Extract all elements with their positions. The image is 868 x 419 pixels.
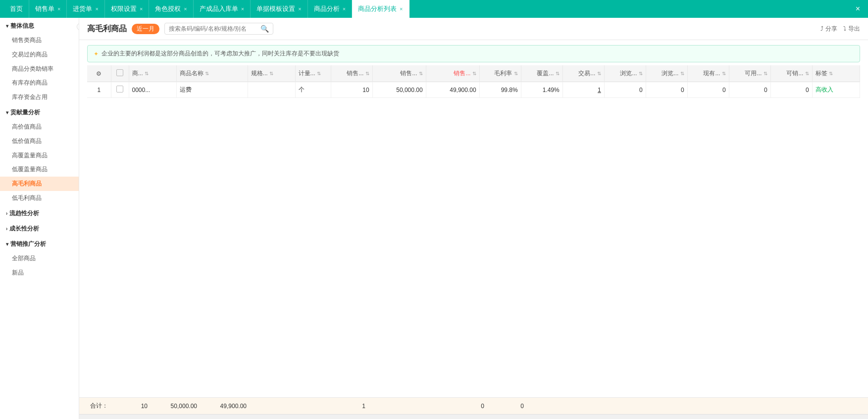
th-browse2[interactable]: 浏览... ⇅ (646, 65, 687, 82)
th-stock3[interactable]: 可销... ⇅ (770, 65, 812, 82)
sidebar-group-growth[interactable]: › 成长性分析 (0, 221, 79, 236)
tab-product-analysis-list[interactable]: 商品分析列表 × (352, 0, 409, 18)
row-sales-qty: 10 (331, 82, 372, 98)
sidebar-item-low-value[interactable]: 低价值商品 (0, 134, 79, 148)
footer-trade: 1 (336, 403, 375, 410)
tab-purchase[interactable]: 进货单 × (67, 0, 104, 18)
row-tag: 高收入 (812, 82, 860, 98)
footer-stock2: 0 (494, 403, 534, 410)
close-template-tab[interactable]: × (298, 6, 301, 12)
tab-finished-goods[interactable]: 产成品入库单 × (194, 0, 251, 18)
sort-unit-icon: ⇅ (317, 71, 321, 76)
search-icon[interactable]: 🔍 (260, 25, 269, 33)
sidebar-group-marketing[interactable]: ▾ 营销推广分析 (0, 236, 79, 251)
th-unit[interactable]: 计量... ⇅ (295, 65, 331, 82)
sort-sales-qty-icon: ⇅ (365, 71, 369, 76)
sidebar-item-high-coverage[interactable]: 高覆盖量商品 (0, 148, 79, 163)
sidebar-item-high-margin[interactable]: 高毛利商品 (0, 177, 79, 191)
sidebar-group-overall[interactable]: ▾ 整体信息 (0, 18, 79, 33)
close-permission-tab[interactable]: × (140, 6, 143, 12)
th-code[interactable]: 商... ⇅ (129, 65, 176, 82)
sidebar-item-low-coverage[interactable]: 低覆盖量商品 (0, 162, 79, 177)
th-checkbox[interactable] (111, 65, 129, 82)
th-spec[interactable]: 规格... ⇅ (248, 65, 295, 82)
th-tag[interactable]: 标签 ⇅ (812, 65, 860, 82)
row-sales-cost: 49,900.00 (426, 82, 479, 98)
sidebar-item-stocked-goods[interactable]: 有库存的商品 (0, 76, 79, 90)
sidebar-item-category-rate[interactable]: 商品分类助销率 (0, 62, 79, 76)
tab-sales[interactable]: 销售单 × (29, 0, 67, 18)
sidebar-item-stock-capital[interactable]: 库存资金占用 (0, 90, 79, 104)
close-role-tab[interactable]: × (184, 6, 187, 12)
th-name[interactable]: 商品名称 ⇅ (176, 65, 248, 82)
search-input[interactable] (169, 25, 260, 32)
date-filter-button[interactable]: 近一月 (132, 24, 159, 34)
th-cover[interactable]: 覆盖... ⇅ (521, 65, 562, 82)
th-stock2[interactable]: 可用... ⇅ (729, 65, 770, 82)
sort-trade-icon: ⇅ (597, 71, 601, 76)
th-browse1[interactable]: 浏览... ⇅ (604, 65, 646, 82)
row-trade[interactable]: 1 (562, 82, 604, 98)
th-sales-qty[interactable]: 销售... ⇅ (331, 65, 372, 82)
export-button[interactable]: ⤵ 导出 (843, 25, 860, 33)
table-wrapper[interactable]: ⚙ 商... ⇅ 商品名称 ⇅ 规格... (87, 65, 860, 397)
sort-cover-icon: ⇅ (556, 71, 560, 76)
close-finished-goods-tab[interactable]: × (241, 6, 244, 12)
contribution-arrow-icon: ▾ (6, 110, 8, 115)
share-button[interactable]: ⤴ 分享 (820, 25, 837, 33)
tab-role[interactable]: 角色授权 × (149, 0, 193, 18)
tab-product-analysis[interactable]: 商品分析 × (308, 0, 352, 18)
info-banner: ✦ 企业的主要的利润都是这部分商品创造的，可考虑加大推广，同时关注库存是不要出现… (87, 45, 860, 62)
row-unit: 个 (295, 82, 331, 98)
sidebar: 《 ▾ 整体信息 销售类商品 交易过的商品 商品分类助销率 有库存的商品 库存资… (0, 18, 79, 419)
content-header: 高毛利商品 近一月 🔍 ⤴ 分享 ⤵ 导出 (79, 18, 868, 40)
sidebar-item-sales-goods[interactable]: 销售类商品 (0, 33, 79, 47)
sidebar-group-trend[interactable]: › 流趋性分析 (0, 205, 79, 221)
header-checkbox[interactable] (116, 69, 123, 76)
sidebar-item-all-products[interactable]: 全部商品 (0, 251, 79, 266)
th-stock1[interactable]: 现有... ⇅ (687, 65, 729, 82)
row-browse2: 0 (646, 82, 687, 98)
close-sales-tab[interactable]: × (57, 6, 60, 12)
main-layout: 《 ▾ 整体信息 销售类商品 交易过的商品 商品分类助销率 有库存的商品 库存资… (0, 18, 868, 419)
horizontal-scrollbar[interactable] (79, 414, 868, 419)
footer-label: 合计： (90, 402, 108, 410)
th-sales-cost[interactable]: 销售... ⇅ (426, 65, 479, 82)
tab-home[interactable]: 首页 (4, 0, 29, 18)
row-stock2: 0 (729, 82, 770, 98)
overall-arrow-icon: ▾ (6, 23, 8, 29)
header-actions: ⤴ 分享 ⤵ 导出 (820, 25, 860, 33)
row-stock3: 0 (770, 82, 812, 98)
sort-browse2-icon: ⇅ (680, 71, 684, 76)
row-checkbox-input[interactable] (116, 86, 123, 93)
close-purchase-tab[interactable]: × (95, 6, 98, 12)
tab-template[interactable]: 单据模板设置 × (251, 0, 307, 18)
th-margin[interactable]: 毛利率 ⇅ (479, 65, 521, 82)
th-trade[interactable]: 交易... ⇅ (562, 65, 604, 82)
sort-margin-icon: ⇅ (514, 71, 518, 76)
sidebar-item-high-value[interactable]: 高价值商品 (0, 120, 79, 134)
content-area: 高毛利商品 近一月 🔍 ⤴ 分享 ⤵ 导出 ✦ 企业的主要的利润都是这部分商品创… (79, 18, 868, 419)
search-box: 🔍 (164, 23, 273, 35)
sort-sales-amt-icon: ⇅ (419, 71, 423, 76)
app-close-button[interactable]: × (852, 4, 864, 13)
sidebar-item-traded-goods[interactable]: 交易过的商品 (0, 47, 79, 62)
row-code: 0000... (129, 82, 176, 98)
footer-sales-cost: 49,900.00 (207, 403, 256, 410)
sort-stock2-icon: ⇅ (764, 71, 767, 76)
sort-code-icon: ⇅ (145, 71, 149, 76)
row-checkbox[interactable] (111, 82, 129, 98)
row-name: 运费 (176, 82, 248, 98)
row-spec (248, 82, 295, 98)
th-settings[interactable]: ⚙ (87, 65, 111, 82)
sort-stock1-icon: ⇅ (722, 71, 726, 76)
sidebar-group-contribution[interactable]: ▾ 贡献量分析 (0, 104, 79, 120)
close-product-analysis-list-tab[interactable]: × (400, 6, 403, 12)
footer-sales-amt: 50,000.00 (157, 403, 207, 410)
growth-arrow-icon: › (6, 226, 7, 232)
sidebar-item-low-margin[interactable]: 低毛利商品 (0, 191, 79, 205)
close-product-analysis-tab[interactable]: × (343, 6, 346, 12)
sidebar-item-new-products[interactable]: 新品 (0, 266, 79, 280)
tab-permission[interactable]: 权限设置 × (105, 0, 149, 18)
th-sales-amt[interactable]: 销售... ⇅ (372, 65, 426, 82)
